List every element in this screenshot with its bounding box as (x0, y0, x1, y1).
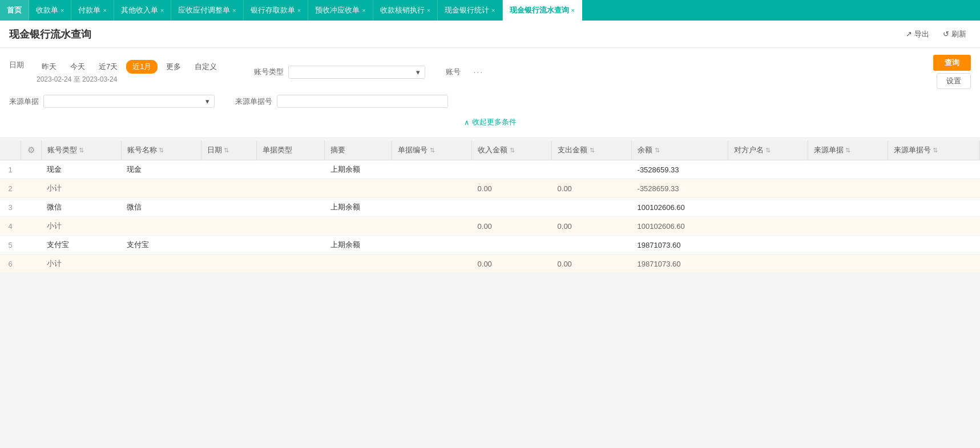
sort-icon: ⇅ (590, 147, 595, 154)
col-date-label: 日期 (207, 146, 222, 154)
close-icon[interactable]: × (571, 7, 575, 14)
account-dots-btn[interactable]: ··· (473, 67, 483, 76)
cell-account-type: 小计 (41, 217, 121, 236)
col-account-type[interactable]: 账号类型 ⇅ (41, 140, 121, 160)
nav-tab-receipt-verify[interactable]: 收款核销执行 × (373, 0, 438, 21)
close-icon[interactable]: × (103, 7, 106, 14)
col-balance[interactable]: 余额 ⇅ (632, 140, 728, 160)
cell-account-name: 微信 (121, 198, 201, 217)
cell-counterpart (728, 236, 808, 255)
nav-tab-other-income[interactable]: 其他收入单 × (114, 0, 171, 21)
nav-tab-payment[interactable]: 付款单 × (71, 0, 114, 21)
cell-account-name: 支付宝 (121, 236, 201, 255)
date-btn-1month[interactable]: 近1月 (126, 60, 158, 74)
table-row[interactable]: 5支付宝支付宝上期余额19871073.60 (0, 236, 980, 255)
table-row[interactable]: 3微信微信上期余额100102606.60 (0, 198, 980, 217)
cell-account-name (121, 217, 201, 236)
cell-gear (21, 217, 41, 236)
cell-date (201, 179, 256, 198)
col-summary-label: 摘要 (330, 146, 345, 154)
close-icon[interactable]: × (61, 7, 64, 14)
collapse-bar[interactable]: ∧ 收起更多条件 (9, 114, 971, 131)
col-doc-type: 单据类型 (256, 140, 324, 160)
nav-tab-receipt[interactable]: 收款单 × (29, 0, 71, 21)
close-icon[interactable]: × (491, 7, 495, 14)
cell-counterpart (728, 179, 808, 198)
cell-index: 2 (0, 179, 21, 198)
nav-tab-cash-bank-stat[interactable]: 现金银行统计 × (438, 0, 502, 21)
query-button[interactable]: 查询 (933, 55, 971, 71)
col-income[interactable]: 收入金额 ⇅ (472, 140, 552, 160)
filter-area: 日期 昨天 今天 近7天 近1月 更多 自定义 2023-02-24 至 202… (0, 48, 980, 138)
cell-doc-type (256, 179, 324, 198)
col-doc-no[interactable]: 单据编号 ⇅ (392, 140, 472, 160)
cell-gear (21, 236, 41, 255)
col-account-name[interactable]: 账号名称 ⇅ (121, 140, 201, 160)
col-date[interactable]: 日期 ⇅ (201, 140, 256, 160)
filter-row-date: 日期 昨天 今天 近7天 近1月 更多 自定义 2023-02-24 至 202… (9, 55, 971, 89)
nav-tab-ar-ap-adjust[interactable]: 应收应付调整单 × (171, 0, 243, 21)
cell-expense: 0.00 (552, 255, 632, 273)
col-doc-no-label: 单据编号 (398, 146, 428, 154)
table-row[interactable]: 6小计0.000.0019871073.60 (0, 255, 980, 273)
cell-source-doc (808, 217, 888, 236)
cell-date (201, 217, 256, 236)
table-header: ⚙ 账号类型 ⇅ 账号名称 ⇅ 日期 ⇅ 单据类型 摘要 (0, 140, 980, 160)
cell-index: 3 (0, 198, 21, 217)
col-source-doc-no[interactable]: 来源单据号 ⇅ (888, 140, 979, 160)
date-btn-custom[interactable]: 自定义 (189, 60, 222, 74)
col-source-doc[interactable]: 来源单据 ⇅ (808, 140, 888, 160)
date-btn-yesterday[interactable]: 昨天 (37, 60, 62, 74)
close-icon[interactable]: × (160, 7, 164, 14)
nav-tab-home[interactable]: 首页 (0, 0, 29, 21)
cell-income: 0.00 (472, 179, 552, 198)
date-btn-today[interactable]: 今天 (65, 60, 90, 74)
cell-summary: 上期余额 (325, 236, 392, 255)
cell-counterpart (728, 255, 808, 273)
table-body: 1现金现金上期余额-3528659.332小计0.000.00-3528659.… (0, 160, 980, 273)
cell-source-doc-no (888, 198, 979, 217)
table-row[interactable]: 4小计0.000.00100102606.60 (0, 217, 980, 236)
data-table: ⚙ 账号类型 ⇅ 账号名称 ⇅ 日期 ⇅ 单据类型 摘要 (0, 140, 980, 273)
cell-doc-no (392, 179, 472, 198)
cell-source-doc-no (888, 236, 979, 255)
col-gear[interactable]: ⚙ (21, 140, 41, 160)
table-row[interactable]: 2小计0.000.00-3528659.33 (0, 179, 980, 198)
cell-expense (552, 160, 632, 179)
cell-account-type: 微信 (41, 198, 121, 217)
cell-counterpart (728, 198, 808, 217)
cell-income (472, 198, 552, 217)
cell-index: 1 (0, 160, 21, 179)
page-title: 现金银行流水查询 (9, 27, 91, 41)
close-icon[interactable]: × (362, 7, 365, 14)
date-range: 2023-02-24 至 2023-03-24 (37, 75, 222, 84)
nav-tab-prepay-offset[interactable]: 预收冲应收单 × (308, 0, 373, 21)
cell-gear (21, 179, 41, 198)
cell-balance: 100102606.60 (632, 217, 728, 236)
source-doc-no-input[interactable] (277, 95, 448, 108)
cell-summary (325, 255, 392, 273)
date-btn-more[interactable]: 更多 (161, 60, 186, 74)
source-doc-select[interactable]: ▾ (43, 95, 215, 108)
account-type-select[interactable]: ▾ (288, 66, 425, 79)
close-icon[interactable]: × (232, 7, 236, 14)
sort-icon: ⇅ (845, 147, 850, 154)
date-btn-7days[interactable]: 近7天 (94, 60, 123, 74)
close-icon[interactable]: × (427, 7, 430, 14)
col-counterpart[interactable]: 对方户名 ⇅ (728, 140, 808, 160)
table-row[interactable]: 1现金现金上期余额-3528659.33 (0, 160, 980, 179)
nav-tab-bank-deposit[interactable]: 银行存取款单 × (244, 0, 308, 21)
settings-button[interactable]: 设置 (937, 73, 971, 89)
cell-account-name (121, 179, 201, 198)
export-button[interactable]: ↗ 导出 (901, 27, 934, 42)
nav-tab-cash-flow-query[interactable]: 现金银行流水查询 × (503, 0, 582, 21)
sort-icon: ⇅ (224, 147, 229, 154)
top-nav: 首页 收款单 × 付款单 × 其他收入单 × 应收应付调整单 × 银行存取款单 … (0, 0, 980, 21)
date-options: 昨天 今天 近7天 近1月 更多 自定义 (37, 60, 222, 74)
gear-icon[interactable]: ⚙ (27, 145, 35, 155)
close-icon[interactable]: × (297, 7, 301, 14)
col-expense[interactable]: 支出金额 ⇅ (552, 140, 632, 160)
cell-balance: 100102606.60 (632, 198, 728, 217)
refresh-button[interactable]: ↺ 刷新 (938, 27, 971, 42)
sort-icon: ⇅ (655, 147, 660, 154)
